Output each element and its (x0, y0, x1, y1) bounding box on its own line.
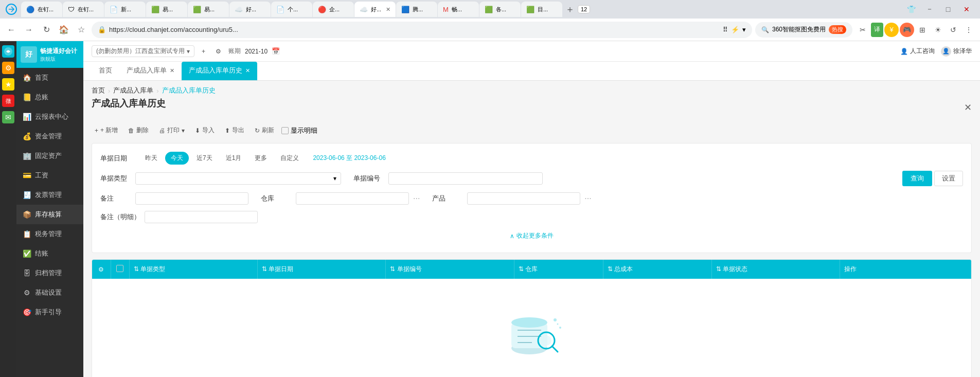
tab-cloud1[interactable]: ☁️ 好... (229, 2, 271, 17)
undo-browser-button[interactable]: ↺ (946, 23, 960, 37)
date-btn-custom[interactable]: 自定义 (275, 152, 305, 165)
date-btn-today[interactable]: 今天 (165, 152, 189, 165)
calendar-icon[interactable]: 📅 (272, 47, 280, 55)
tab-new[interactable]: 📄 新... (104, 2, 146, 17)
new-button[interactable]: + + 新增 (92, 124, 121, 137)
customer-service-link[interactable]: 👤 人工咨询 (900, 47, 935, 56)
tab-personal[interactable]: 📄 个... (271, 2, 312, 17)
gear-icon[interactable]: ⚙ (98, 266, 104, 273)
forward-button[interactable]: → (22, 23, 36, 37)
date-btn-more[interactable]: 更多 (249, 152, 273, 165)
column-warehouse[interactable]: ⇅ 仓库 (514, 260, 603, 279)
sidebar-item-basic-settings[interactable]: ⚙ 基础设置 (16, 283, 83, 302)
type-filter-select[interactable]: ▾ (135, 172, 341, 185)
sidebar-item-general-ledger[interactable]: 📒 总账 (16, 87, 83, 107)
tab-inventory-list-close[interactable]: ✕ (170, 67, 174, 74)
app-icon-chanjet[interactable] (2, 45, 14, 58)
tab-yida1[interactable]: 🟩 易... (146, 2, 187, 17)
sidebar-item-inventory[interactable]: 📦 库存核算 (16, 205, 83, 224)
sidebar-item-settlement[interactable]: ✅ 结账 (16, 244, 83, 263)
tab-tencent[interactable]: 🟦 腾... (396, 2, 437, 17)
more-button[interactable]: ⋮ (961, 23, 976, 37)
column-gear[interactable]: ⚙ (92, 260, 111, 279)
tab-close-9[interactable]: ✕ (386, 6, 390, 13)
page-tab-home[interactable]: 首页 (92, 62, 119, 80)
column-number[interactable]: ⇅ 单据编号 (386, 260, 514, 279)
browser-nav-icon[interactable] (2, 0, 21, 19)
delete-button[interactable]: 🗑 删除 (125, 124, 152, 137)
product-filter-input[interactable] (467, 192, 580, 205)
sidebar-item-new-entry[interactable]: 🎯 新手引导 (16, 302, 83, 322)
user-account[interactable]: 👤 徐泽华 (941, 46, 972, 57)
column-type[interactable]: ⇅ 单据类型 (129, 260, 257, 279)
print-button[interactable]: 🖨 打印 ▾ (156, 124, 188, 137)
sidebar-item-home[interactable]: 🏠 首页 (16, 68, 83, 87)
detail-note-input[interactable] (145, 211, 258, 223)
breadcrumb-home[interactable]: 首页 (92, 86, 105, 95)
address-bar[interactable]: 🔒 https://cloud.chanjet.com/accounting/u… (92, 22, 752, 38)
tab-chang[interactable]: M 畅... (438, 2, 479, 17)
search-bar[interactable]: 🔍 360智能抠图免费用 热搜 (755, 22, 852, 38)
date-btn-yesterday[interactable]: 昨天 (139, 152, 163, 165)
tab-history-close[interactable]: ✕ (245, 67, 250, 74)
column-total-cost[interactable]: ⇅ 总成本 (603, 260, 711, 279)
column-date[interactable]: ⇅ 单据日期 (257, 260, 385, 279)
app-icon-weibo[interactable]: 微 (2, 95, 14, 107)
sidebar-item-payroll[interactable]: 💳 工资 (16, 166, 83, 185)
tab-shield[interactable]: 🛡 在钉... (63, 2, 104, 17)
sun-button[interactable]: ☀ (931, 23, 945, 37)
home-button[interactable]: 🏠 (57, 23, 71, 37)
select-all-checkbox[interactable] (116, 265, 123, 272)
date-btn-7days[interactable]: 近7天 (191, 152, 218, 165)
sidebar-item-invoice[interactable]: 🧾 发票管理 (16, 185, 83, 205)
page-tab-history[interactable]: 产成品入库单历史 ✕ (182, 62, 257, 80)
query-button[interactable]: 查询 (902, 171, 932, 186)
refresh-button[interactable]: ↻ (39, 23, 54, 37)
column-checkbox[interactable] (111, 260, 129, 279)
page-close-button[interactable]: ✕ (964, 102, 972, 113)
warehouse-dots[interactable]: ··· (413, 194, 420, 203)
minimize-button[interactable]: － (922, 2, 937, 16)
app-icon-star[interactable]: ★ (2, 78, 14, 91)
app-icon-mail[interactable]: ✉ (2, 111, 14, 123)
currency-button[interactable]: ¥ (884, 23, 899, 37)
filter-settings-button[interactable]: 设置 (934, 171, 963, 186)
collapse-button[interactable]: ∧ 收起更多条件 (506, 227, 558, 244)
product-dots[interactable]: ··· (584, 194, 591, 203)
tab-zaiding[interactable]: 🔵 在钉... (21, 2, 62, 17)
chevron-down-icon[interactable]: ▾ (742, 26, 746, 33)
add-company-button[interactable]: + (199, 46, 208, 57)
new-tab-button[interactable]: ＋ (563, 2, 577, 16)
voucher-filter-input[interactable] (388, 172, 543, 185)
export-button[interactable]: ⬆ 导出 (222, 124, 247, 137)
topbar-settings-button[interactable]: ⚙ (212, 46, 224, 57)
grid-button[interactable]: ⊞ (915, 23, 930, 37)
tab-item[interactable]: 🟩 目... (521, 2, 562, 17)
close-window-button[interactable]: ✕ (959, 2, 974, 16)
bookmark-button[interactable]: ☆ (74, 23, 88, 37)
shirt-icon[interactable]: 👕 (904, 2, 918, 16)
sidebar-item-archive[interactable]: 🗄 归档管理 (16, 263, 83, 283)
note-filter-input[interactable] (135, 192, 248, 205)
company-selector[interactable]: (勿删勿禁用）江西盘宝测试专用 ▾ (92, 45, 194, 57)
app-icon-settings[interactable]: ⚙ (2, 62, 14, 74)
tab-yida2[interactable]: 🟩 易... (188, 2, 229, 17)
date-btn-1month[interactable]: 近1月 (220, 152, 247, 165)
game-button[interactable]: 🎮 (900, 23, 914, 37)
show-detail-toggle[interactable]: 显示明细 (281, 126, 317, 135)
maximize-button[interactable]: □ (941, 2, 955, 16)
scissors-button[interactable]: ✂ (856, 23, 870, 37)
back-button[interactable]: ← (4, 23, 19, 37)
import-button[interactable]: ⬇ 导入 (192, 124, 218, 137)
sidebar-item-tax[interactable]: 📋 税务管理 (16, 224, 83, 244)
refresh-data-button[interactable]: ↻ 刷新 (252, 124, 277, 137)
tab-each[interactable]: 🟩 各... (479, 2, 521, 17)
sidebar-item-cloud-report[interactable]: 📊 云报表中心 (16, 107, 83, 127)
sidebar-item-fixed-assets[interactable]: 🏢 固定资产 (16, 146, 83, 166)
column-status[interactable]: ⇅ 单据状态 (711, 260, 840, 279)
page-tab-inventory-list[interactable]: 产成品入库单 ✕ (119, 62, 182, 80)
warehouse-filter-input[interactable] (296, 192, 409, 205)
sidebar-item-fund[interactable]: 💰 资金管理 (16, 127, 83, 146)
show-detail-checkbox[interactable] (281, 127, 289, 134)
tab-enterprise[interactable]: 🔴 企... (313, 2, 354, 17)
